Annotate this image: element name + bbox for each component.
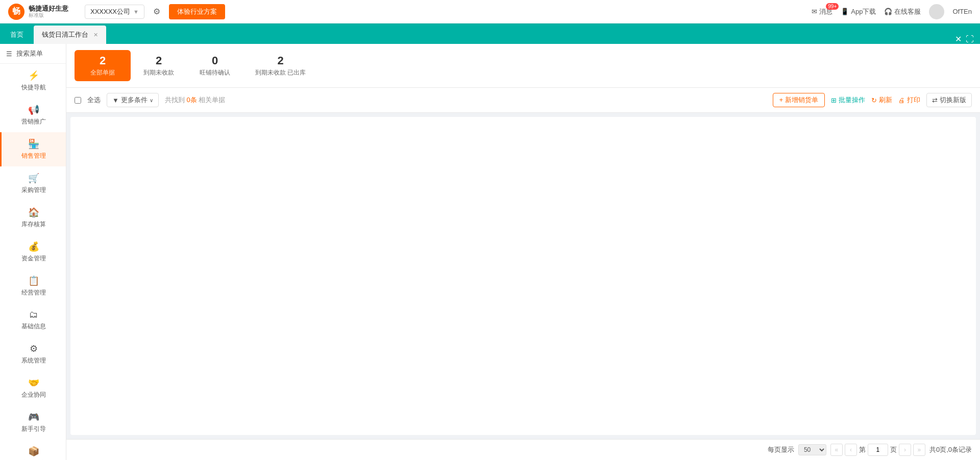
- filter-button[interactable]: ▼ 更多条件 ∨: [107, 93, 159, 107]
- select-all-checkbox[interactable]: [75, 97, 81, 104]
- top-header: 畅 畅捷通好生意 标准版 XXXXXX公司 ▼ ⚙ 体验行业方案 ✉ 消息 99…: [0, 0, 980, 23]
- page-input[interactable]: [868, 444, 888, 456]
- search-icon: ☰: [6, 50, 12, 58]
- refresh-button[interactable]: ↻ 刷新: [871, 95, 892, 105]
- next-page-button[interactable]: ›: [899, 444, 911, 456]
- sidebar-item-basic-info[interactable]: 🗂 基础信息: [0, 303, 66, 337]
- tab-home[interactable]: 首页: [2, 26, 32, 44]
- search-menu-label: 搜索菜单: [16, 49, 43, 58]
- total-records: 共0页,0条记录: [929, 445, 972, 454]
- stat-overdue-receivable-number: 2: [156, 54, 162, 67]
- company-dropdown-icon: ▼: [133, 9, 139, 15]
- tab-workbench[interactable]: 钱货日清工作台 ✕: [34, 26, 106, 44]
- system-icon: ⚙: [30, 343, 38, 354]
- prev-page-button[interactable]: ‹: [845, 444, 857, 456]
- add-sales-order-button[interactable]: + 新增销货单: [773, 93, 825, 107]
- settings-button[interactable]: ⚙: [149, 4, 165, 20]
- search-menu-item[interactable]: ☰ 搜索菜单: [0, 44, 66, 64]
- guide-icon: 🎮: [28, 411, 39, 423]
- sidebar-item-guide[interactable]: 🎮 新手引导: [0, 405, 66, 440]
- last-page-button[interactable]: »: [913, 444, 925, 456]
- switch-version-button[interactable]: ⇄ 切换新版: [926, 93, 972, 107]
- print-button[interactable]: 🖨 打印: [898, 95, 920, 105]
- logo-main: 畅捷通好生意: [29, 5, 68, 13]
- first-page-button[interactable]: «: [830, 444, 843, 456]
- page-nav: « ‹ 第 页 › »: [830, 444, 925, 456]
- tab-close-icon[interactable]: ✕: [93, 32, 98, 38]
- inventory-icon: 🏠: [28, 207, 39, 218]
- stat-overdue-receivable-label: 到期未收款: [143, 68, 174, 77]
- message-icon: ✉: [812, 8, 817, 15]
- batch-icon: ⊞: [831, 96, 837, 104]
- sidebar-item-purchase[interactable]: 🛒 采购管理: [0, 166, 66, 201]
- main-layout: ☰ 搜索菜单 ⚡ 快捷导航 📢 营销推广 🏪 销售管理 🛒 采购管理 🏠 库存核…: [0, 44, 980, 460]
- username: OfTEn: [952, 8, 972, 15]
- trial-button[interactable]: 体验行业方案: [169, 4, 225, 19]
- sidebar-item-marketing[interactable]: 📢 营销推广: [0, 98, 66, 132]
- sidebar-item-sales[interactable]: 🏪 销售管理: [0, 132, 66, 166]
- per-page-label: 每页显示: [768, 445, 794, 454]
- select-all-label: 全选: [87, 95, 101, 105]
- sidebar-item-operations[interactable]: 📋 经营管理: [0, 269, 66, 303]
- stat-all-bills-label: 全部单据: [90, 68, 115, 77]
- filter-icon: ▼: [112, 96, 119, 104]
- logo-area: 畅 畅捷通好生意 标准版: [8, 4, 75, 20]
- logo-icon: 畅: [8, 4, 24, 20]
- stat-overdue-shipped-label: 到期未收款 已出库: [255, 68, 306, 77]
- refresh-icon: ↻: [871, 96, 877, 104]
- sidebar-item-inventory[interactable]: 🏠 库存核算: [0, 201, 66, 235]
- header-center: XXXXXX公司 ▼ ⚙ 体验行业方案: [75, 4, 812, 20]
- message-badge: 99+: [826, 3, 839, 10]
- table-area: [70, 117, 976, 435]
- gear-icon: ⚙: [153, 7, 160, 16]
- toolbar: 全选 ▼ 更多条件 ∨ 共找到 0条 相关单据 + 新增销货单 ⊞ 批量操作 ↻: [66, 88, 980, 113]
- found-count: 0条: [187, 96, 197, 104]
- sidebar-item-quick-nav[interactable]: ⚡ 快捷导航: [0, 64, 66, 98]
- online-service-button[interactable]: 🎧 在线客服: [884, 7, 921, 16]
- stat-wangpu-pending[interactable]: 0 旺铺待确认: [187, 50, 243, 81]
- sidebar-item-system[interactable]: ⚙ 系统管理: [0, 337, 66, 371]
- stats-row: 2 全部单据 2 到期未收款 0 旺铺待确认 2 到期未收款 已出库: [66, 44, 980, 88]
- filter-dropdown-icon: ∨: [150, 98, 153, 103]
- stat-wangpu-pending-number: 0: [212, 54, 218, 67]
- tab-bar: 首页 钱货日清工作台 ✕ ✕ ⛶: [0, 23, 980, 44]
- sidebar-item-app-center[interactable]: 📦 应用中心: [0, 440, 66, 460]
- marketing-icon: 📢: [28, 104, 39, 115]
- service-icon: 🎧: [884, 8, 892, 15]
- stat-all-bills[interactable]: 2 全部单据: [75, 50, 131, 81]
- sidebar-item-finance[interactable]: 💰 资金管理: [0, 235, 66, 269]
- tab-minimize-icon[interactable]: ✕: [955, 34, 962, 44]
- stat-all-bills-number: 2: [100, 54, 106, 67]
- tab-bar-right: ✕ ⛶: [955, 34, 980, 44]
- toolbar-right: + 新增销货单 ⊞ 批量操作 ↻ 刷新 🖨 打印 ⇄ 切换新版: [773, 93, 972, 107]
- page-label: 第: [859, 445, 866, 454]
- pagination-bar: 每页显示 50 20 100 « ‹ 第 页 › » 共0页,0条记录: [66, 439, 980, 460]
- found-text: 共找到 0条 相关单据: [165, 95, 225, 105]
- stat-overdue-receivable[interactable]: 2 到期未收款: [131, 50, 187, 81]
- avatar[interactable]: [929, 4, 944, 19]
- stat-overdue-shipped-number: 2: [278, 54, 284, 67]
- messages-button[interactable]: ✉ 消息 99+: [812, 7, 832, 16]
- tab-expand-icon[interactable]: ⛶: [966, 35, 974, 44]
- print-icon: 🖨: [898, 96, 905, 104]
- header-right: ✉ 消息 99+ 📱 App下载 🎧 在线客服 OfTEn: [812, 4, 972, 19]
- sidebar-item-enterprise-collab[interactable]: 🤝 企业协同: [0, 371, 66, 405]
- main-content: 2 全部单据 2 到期未收款 0 旺铺待确认 2 到期未收款 已出库 全选 ▼ …: [66, 44, 980, 460]
- basic-info-icon: 🗂: [29, 309, 38, 320]
- quick-nav-icon: ⚡: [28, 70, 39, 81]
- switch-icon: ⇄: [932, 96, 938, 104]
- company-selector[interactable]: XXXXXX公司 ▼: [85, 5, 144, 19]
- per-page-select[interactable]: 50 20 100: [798, 444, 826, 455]
- download-icon: 📱: [841, 8, 849, 15]
- operations-icon: 📋: [28, 275, 39, 286]
- finance-icon: 💰: [28, 241, 39, 252]
- page-suffix: 页: [890, 445, 897, 454]
- logo-text: 畅捷通好生意 标准版: [29, 5, 68, 19]
- purchase-icon: 🛒: [28, 173, 39, 184]
- app-download-button[interactable]: 📱 App下载: [841, 7, 876, 16]
- batch-operation-button[interactable]: ⊞ 批量操作: [831, 95, 865, 105]
- stat-overdue-shipped[interactable]: 2 到期未收款 已出库: [243, 50, 318, 81]
- logo-sub: 标准版: [29, 12, 68, 18]
- sidebar: ☰ 搜索菜单 ⚡ 快捷导航 📢 营销推广 🏪 销售管理 🛒 采购管理 🏠 库存核…: [0, 44, 66, 460]
- sales-icon: 🏪: [28, 138, 39, 150]
